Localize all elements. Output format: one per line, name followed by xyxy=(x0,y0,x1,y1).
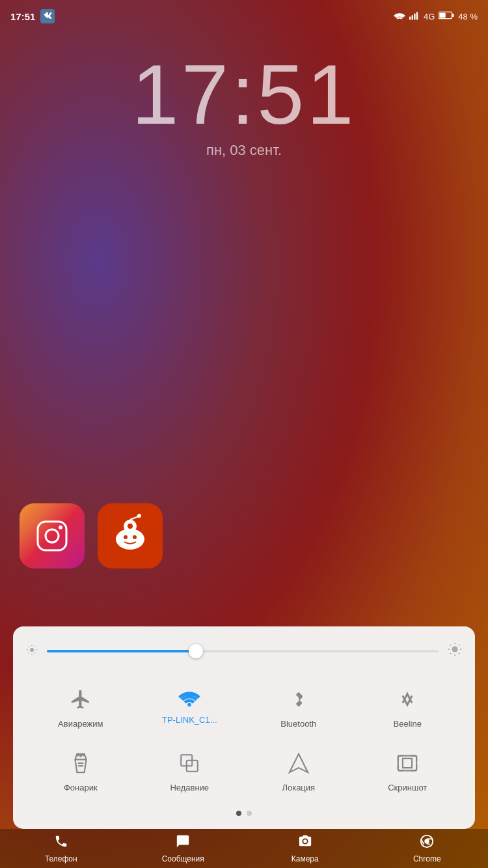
recent-label: Недавние xyxy=(170,783,209,792)
svg-point-15 xyxy=(124,535,128,539)
svg-rect-6 xyxy=(440,13,446,18)
bluetooth-toggle[interactable]: Bluetooth xyxy=(244,678,353,739)
svg-rect-3 xyxy=(416,12,418,20)
screenshot-toggle[interactable]: Скриншот xyxy=(353,742,463,803)
page-indicator xyxy=(26,811,462,816)
wifi-label: TP-LINK_C1... xyxy=(162,715,217,725)
screenshot-icon xyxy=(396,752,418,777)
svg-point-30 xyxy=(425,839,429,843)
flashlight-toggle[interactable]: Фонарик xyxy=(26,742,135,803)
svg-line-33 xyxy=(427,843,430,844)
svg-rect-1 xyxy=(412,15,413,20)
bluetooth-icon xyxy=(290,688,308,714)
bottom-dock: Телефон Сообщения Камера C xyxy=(0,829,488,868)
svg-line-13 xyxy=(130,516,139,520)
clock-date: пн, 03 сент. xyxy=(206,142,282,159)
camera-icon xyxy=(298,834,312,852)
wifi-status-icon xyxy=(394,11,405,22)
wifi-toggle[interactable]: TP-LINK_C1... xyxy=(135,678,245,739)
phone-icon xyxy=(54,834,68,852)
vk-icon xyxy=(40,9,55,23)
dock-chrome-label: Chrome xyxy=(413,854,441,863)
location-icon xyxy=(288,752,310,777)
airplane-toggle[interactable]: Авиарежим xyxy=(26,678,135,739)
signal-icon xyxy=(409,11,420,22)
clock-area: 17:51 пн, 03 сент. xyxy=(0,52,488,159)
reddit-app-icon[interactable] xyxy=(98,503,163,568)
svg-rect-5 xyxy=(452,14,454,17)
svg-point-17 xyxy=(30,648,34,652)
svg-point-16 xyxy=(133,535,137,539)
status-time: 17:51 xyxy=(10,11,35,22)
svg-point-12 xyxy=(128,524,133,529)
toggle-row-2: Фонарик Недавние Локация xyxy=(26,742,462,803)
network-label: 4G xyxy=(424,12,435,21)
toggle-row-1: Авиарежим TP-LINK_C1... xyxy=(26,678,462,739)
app-icons xyxy=(20,503,163,568)
svg-rect-0 xyxy=(409,16,411,20)
bluetooth-label: Bluetooth xyxy=(280,719,316,729)
screenshot-label: Скриншот xyxy=(388,783,427,792)
dot-2 xyxy=(247,811,252,816)
status-right: 4G 48 % xyxy=(394,11,478,22)
battery-label: 48 % xyxy=(458,12,478,21)
recent-icon xyxy=(178,752,200,777)
brightness-slider[interactable] xyxy=(47,650,439,652)
flashlight-icon xyxy=(70,752,92,777)
brightness-high-icon xyxy=(448,642,462,660)
brightness-thumb xyxy=(189,644,203,658)
brightness-row xyxy=(26,642,462,660)
dot-1 xyxy=(236,811,241,816)
messages-icon xyxy=(176,834,190,852)
clock-time: 17:51 xyxy=(131,52,356,137)
svg-point-14 xyxy=(137,514,141,518)
brightness-fill xyxy=(47,650,196,652)
flashlight-label: Фонарик xyxy=(64,783,98,792)
dock-camera[interactable]: Камера xyxy=(244,829,366,868)
airplane-label: Авиарежим xyxy=(58,719,103,729)
svg-rect-7 xyxy=(38,522,66,550)
location-label: Локация xyxy=(282,783,315,792)
beeline-toggle[interactable]: Beeline xyxy=(353,678,463,739)
dock-chrome[interactable]: Chrome xyxy=(366,829,489,868)
battery-icon xyxy=(439,11,454,21)
status-bar: 17:51 4G xyxy=(0,0,488,33)
beeline-icon xyxy=(396,688,418,714)
svg-point-8 xyxy=(46,529,59,542)
airplane-icon xyxy=(70,688,92,714)
recent-toggle[interactable]: Недавние xyxy=(135,742,245,803)
instagram-app-icon[interactable] xyxy=(20,503,85,568)
dock-phone-label: Телефон xyxy=(45,854,77,863)
beeline-label: Beeline xyxy=(394,719,422,729)
svg-point-9 xyxy=(59,525,62,529)
dock-messages-label: Сообщения xyxy=(162,854,204,863)
dock-phone[interactable]: Телефон xyxy=(0,829,122,868)
location-toggle[interactable]: Локация xyxy=(244,742,353,803)
svg-marker-26 xyxy=(290,754,308,772)
wifi-toggle-icon xyxy=(178,688,200,710)
dock-messages[interactable]: Сообщения xyxy=(122,829,245,868)
quick-panel: Авиарежим TP-LINK_C1... xyxy=(13,626,475,829)
dock-camera-label: Камера xyxy=(291,854,319,863)
svg-point-28 xyxy=(303,839,307,843)
svg-rect-2 xyxy=(414,13,415,20)
chrome-icon xyxy=(420,834,434,852)
status-left: 17:51 xyxy=(10,9,55,23)
brightness-low-icon xyxy=(26,644,38,658)
svg-point-18 xyxy=(452,646,457,652)
